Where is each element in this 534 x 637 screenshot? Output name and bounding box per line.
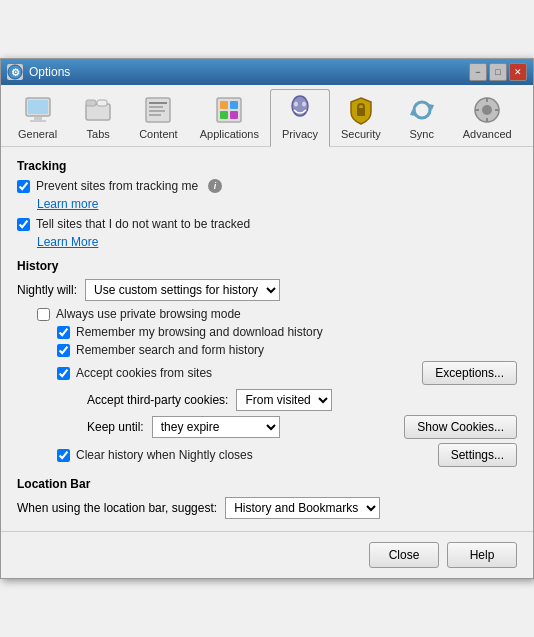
svg-rect-30 bbox=[475, 109, 479, 111]
third-party-row: Accept third-party cookies: From visited… bbox=[17, 389, 517, 411]
location-bar-section-title: Location Bar bbox=[17, 477, 517, 491]
remember-browsing-label: Remember my browsing and download histor… bbox=[76, 325, 323, 339]
restore-button[interactable]: □ bbox=[489, 63, 507, 81]
clear-history-checkbox[interactable] bbox=[57, 449, 70, 462]
svg-rect-16 bbox=[230, 101, 238, 109]
clear-history-left: Clear history when Nightly closes bbox=[17, 448, 253, 462]
show-cookies-button[interactable]: Show Cookies... bbox=[404, 415, 517, 439]
general-label: General bbox=[18, 128, 57, 140]
title-bar-left: ⚙ Options bbox=[7, 64, 70, 80]
window-icon: ⚙ bbox=[7, 64, 23, 80]
toolbar-item-privacy[interactable]: Privacy bbox=[270, 89, 330, 147]
remember-search-checkbox-wrap: Remember search and form history bbox=[57, 343, 264, 357]
toolbar-item-tabs[interactable]: Tabs bbox=[68, 89, 128, 146]
tracking-section-title: Tracking bbox=[17, 159, 517, 173]
toolbar: General Tabs bbox=[1, 85, 533, 147]
general-icon bbox=[22, 94, 54, 126]
accept-cookies-left: Accept cookies from sites bbox=[17, 366, 422, 380]
svg-point-20 bbox=[294, 102, 298, 107]
content-label: Content bbox=[139, 128, 178, 140]
prevent-tracking-label: Prevent sites from tracking me bbox=[36, 179, 198, 193]
title-bar: ⚙ Options − □ ✕ bbox=[1, 59, 533, 85]
svg-rect-31 bbox=[495, 109, 499, 111]
keep-until-select[interactable]: they expire I close Firefox ask me every… bbox=[152, 416, 280, 438]
toolbar-item-security[interactable]: Security bbox=[330, 89, 392, 146]
clear-history-label: Clear history when Nightly closes bbox=[76, 448, 253, 462]
learn-more-2-link[interactable]: Learn More bbox=[37, 235, 98, 249]
exceptions-button[interactable]: Exceptions... bbox=[422, 361, 517, 385]
remember-search-checkbox[interactable] bbox=[57, 344, 70, 357]
learn-more-2-row: Learn More bbox=[17, 235, 517, 249]
third-party-left: Accept third-party cookies: From visited… bbox=[17, 389, 332, 411]
accept-cookies-checkbox-wrap: Accept cookies from sites bbox=[57, 366, 212, 380]
svg-rect-11 bbox=[149, 106, 163, 108]
tell-sites-label: Tell sites that I do not want to be trac… bbox=[36, 217, 250, 231]
suggest-select[interactable]: History and Bookmarks History Bookmarks … bbox=[225, 497, 380, 519]
suggest-label: When using the location bar, suggest: bbox=[17, 501, 217, 515]
tabs-icon bbox=[82, 94, 114, 126]
close-window-button[interactable]: ✕ bbox=[509, 63, 527, 81]
svg-rect-28 bbox=[486, 98, 488, 102]
footer: Close Help bbox=[1, 531, 533, 578]
title-bar-buttons: − □ ✕ bbox=[469, 63, 527, 81]
clear-history-checkbox-wrap: Clear history when Nightly closes bbox=[57, 448, 253, 462]
accept-third-party-select[interactable]: From visited Always Never bbox=[236, 389, 332, 411]
remember-browsing-checkbox[interactable] bbox=[57, 326, 70, 339]
tell-sites-row: Tell sites that I do not want to be trac… bbox=[17, 217, 517, 231]
toolbar-item-general[interactable]: General bbox=[7, 89, 68, 146]
help-button[interactable]: Help bbox=[447, 542, 517, 568]
close-button[interactable]: Close bbox=[369, 542, 439, 568]
prevent-tracking-checkbox[interactable] bbox=[17, 180, 30, 193]
remember-search-label: Remember search and form history bbox=[76, 343, 264, 357]
content-area: Tracking Prevent sites from tracking me … bbox=[1, 147, 533, 531]
toolbar-item-applications[interactable]: Applications bbox=[189, 89, 270, 146]
minimize-button[interactable]: − bbox=[469, 63, 487, 81]
svg-rect-17 bbox=[220, 111, 228, 119]
svg-point-21 bbox=[302, 102, 306, 107]
settings-button[interactable]: Settings... bbox=[438, 443, 517, 467]
svg-rect-7 bbox=[86, 100, 96, 106]
svg-rect-5 bbox=[30, 120, 46, 122]
accept-third-party-label: Accept third-party cookies: bbox=[87, 393, 228, 407]
remember-browsing-checkbox-wrap: Remember my browsing and download histor… bbox=[57, 325, 323, 339]
svg-rect-29 bbox=[486, 118, 488, 122]
prevent-tracking-row: Prevent sites from tracking me i bbox=[17, 179, 517, 193]
always-private-checkbox[interactable] bbox=[37, 308, 50, 321]
advanced-label: Advanced bbox=[463, 128, 512, 140]
svg-point-27 bbox=[482, 105, 492, 115]
info-icon[interactable]: i bbox=[208, 179, 222, 193]
accept-cookies-checkbox[interactable] bbox=[57, 367, 70, 380]
svg-rect-15 bbox=[220, 101, 228, 109]
always-private-checkbox-wrap: Always use private browsing mode bbox=[37, 307, 241, 321]
svg-rect-8 bbox=[97, 100, 107, 106]
location-bar-suggest-row: When using the location bar, suggest: Hi… bbox=[17, 497, 517, 519]
prevent-tracking-checkbox-wrap: Prevent sites from tracking me i bbox=[17, 179, 222, 193]
sync-label: Sync bbox=[410, 128, 434, 140]
applications-icon bbox=[213, 94, 245, 126]
svg-text:⚙: ⚙ bbox=[11, 67, 20, 78]
clear-history-row: Clear history when Nightly closes Settin… bbox=[17, 443, 517, 467]
options-window: ⚙ Options − □ ✕ General bbox=[0, 58, 534, 579]
history-mode-row: Nightly will: Use custom settings for hi… bbox=[17, 279, 517, 301]
svg-rect-4 bbox=[34, 117, 42, 120]
window-title: Options bbox=[29, 65, 70, 79]
toolbar-item-advanced[interactable]: Advanced bbox=[452, 89, 523, 146]
tabs-label: Tabs bbox=[87, 128, 110, 140]
toolbar-item-content[interactable]: Content bbox=[128, 89, 189, 146]
content-icon bbox=[142, 94, 174, 126]
tell-sites-checkbox[interactable] bbox=[17, 218, 30, 231]
learn-more-1-row: Learn more bbox=[17, 197, 517, 211]
svg-rect-3 bbox=[28, 100, 48, 114]
remember-browsing-row: Remember my browsing and download histor… bbox=[17, 325, 517, 339]
always-private-row: Always use private browsing mode bbox=[17, 307, 517, 321]
security-label: Security bbox=[341, 128, 381, 140]
learn-more-1-link[interactable]: Learn more bbox=[37, 197, 98, 211]
tell-sites-checkbox-wrap: Tell sites that I do not want to be trac… bbox=[17, 217, 250, 231]
keep-until-left: Keep until: they expire I close Firefox … bbox=[17, 416, 280, 438]
always-private-label: Always use private browsing mode bbox=[56, 307, 241, 321]
keep-until-label: Keep until: bbox=[87, 420, 144, 434]
toolbar-item-sync[interactable]: Sync bbox=[392, 89, 452, 146]
history-mode-select[interactable]: Use custom settings for history Remember… bbox=[85, 279, 280, 301]
privacy-icon bbox=[284, 94, 316, 126]
keep-until-row: Keep until: they expire I close Firefox … bbox=[17, 415, 517, 439]
